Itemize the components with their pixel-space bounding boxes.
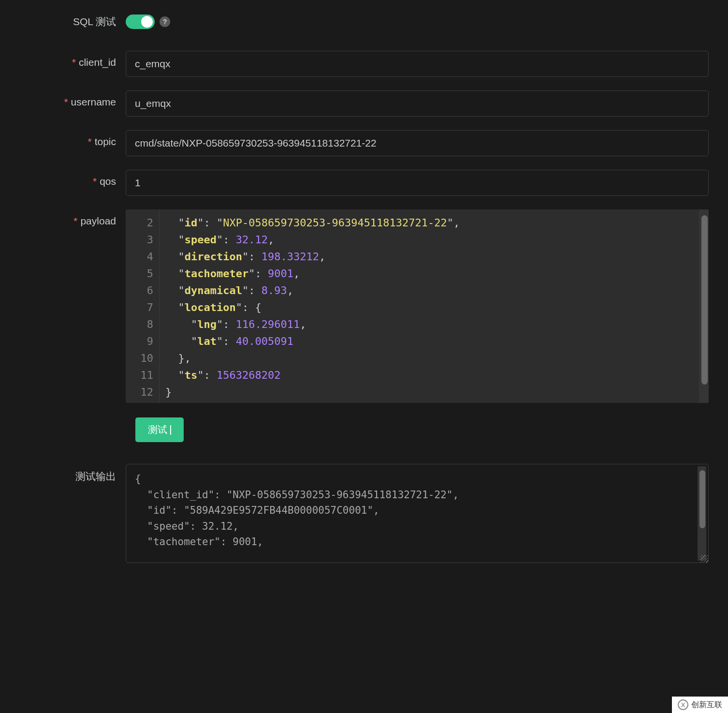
- qos-input[interactable]: [126, 170, 709, 196]
- code-line[interactable]: },: [165, 350, 703, 367]
- line-number: 9: [135, 333, 153, 350]
- client-id-input[interactable]: [126, 51, 709, 77]
- code-line[interactable]: "direction": 198.33212,: [165, 248, 703, 265]
- editor-scrollbar[interactable]: [699, 209, 709, 403]
- required-mark: *: [93, 176, 97, 187]
- line-number: 8: [135, 316, 153, 333]
- line-number: 10: [135, 350, 153, 367]
- watermark: X 创新互联: [672, 697, 728, 713]
- code-line[interactable]: }: [165, 384, 703, 401]
- test-button[interactable]: 测试: [135, 417, 184, 442]
- watermark-logo-icon: X: [678, 699, 688, 710]
- editor-content[interactable]: "id": "NXP-058659730253-963945118132721-…: [160, 209, 709, 403]
- code-line[interactable]: "ts": 1563268202: [165, 367, 703, 384]
- username-label: *username: [19, 90, 126, 108]
- output-label: 测试输出: [19, 464, 126, 483]
- required-mark: *: [64, 96, 68, 107]
- output-scrollbar-thumb[interactable]: [699, 470, 705, 528]
- output-resize-handle[interactable]: [700, 555, 708, 563]
- client-id-label: *client_id: [19, 51, 126, 68]
- required-mark: *: [73, 215, 77, 226]
- topic-input[interactable]: [126, 130, 709, 156]
- code-line[interactable]: "lng": 116.296011,: [165, 316, 703, 333]
- code-line[interactable]: "dynamical": 8.93,: [165, 282, 703, 299]
- toggle-knob: [141, 16, 153, 28]
- line-number: 12: [135, 384, 153, 401]
- line-number: 3: [135, 231, 153, 248]
- payload-editor[interactable]: 23456789101112 "id": "NXP-058659730253-9…: [126, 209, 709, 403]
- topic-label: *topic: [19, 130, 126, 148]
- code-line[interactable]: "tachometer": 9001,: [165, 265, 703, 282]
- qos-label: *qos: [19, 170, 126, 187]
- code-line[interactable]: "speed": 32.12,: [165, 231, 703, 248]
- code-line[interactable]: "id": "NXP-058659730253-963945118132721-…: [165, 214, 703, 231]
- sql-test-toggle[interactable]: [126, 15, 155, 29]
- line-number: 4: [135, 248, 153, 265]
- sql-test-label: SQL 测试: [19, 15, 126, 29]
- line-number: 5: [135, 265, 153, 282]
- output-textarea[interactable]: { "client_id": "NXP-058659730253-9639451…: [126, 464, 709, 563]
- output-scrollbar[interactable]: [698, 466, 706, 561]
- payload-label: *payload: [19, 209, 126, 227]
- line-number: 11: [135, 367, 153, 384]
- line-number: 7: [135, 299, 153, 316]
- editor-gutter: 23456789101112: [126, 209, 160, 403]
- editor-scrollbar-thumb[interactable]: [701, 215, 708, 385]
- help-icon[interactable]: ?: [160, 16, 170, 27]
- code-line[interactable]: "location": {: [165, 299, 703, 316]
- username-input[interactable]: [126, 90, 709, 117]
- code-line[interactable]: "lat": 40.005091: [165, 333, 703, 350]
- watermark-text: 创新互联: [691, 700, 722, 710]
- line-number: 2: [135, 214, 153, 231]
- line-number: 6: [135, 282, 153, 299]
- required-mark: *: [72, 57, 76, 68]
- required-mark: *: [87, 136, 91, 147]
